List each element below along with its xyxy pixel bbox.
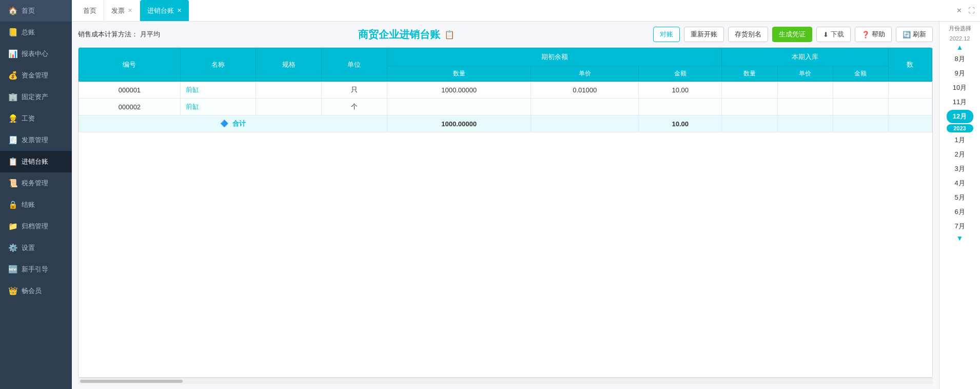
sidebar-item-label: 结账 bbox=[22, 200, 35, 209]
sidebar-item-funds[interactable]: 💰 资金管理 bbox=[0, 65, 72, 86]
sidebar-item-ledger[interactable]: 📒 总账 bbox=[0, 22, 72, 43]
month-scroll-up[interactable]: ▲ bbox=[954, 43, 966, 52]
sidebar-item-label: 进销台账 bbox=[22, 157, 48, 166]
month-item-8[interactable]: 8月 bbox=[947, 52, 973, 66]
funds-icon: 💰 bbox=[8, 71, 17, 80]
save-alias-button[interactable]: 存货别名 bbox=[728, 27, 768, 42]
archive-icon: 📁 bbox=[8, 222, 17, 231]
sidebar-item-guide[interactable]: 🆕 新手引导 bbox=[0, 259, 72, 280]
month-item-2023-2[interactable]: 2月 bbox=[947, 148, 973, 161]
month-item-12[interactable]: 12月 bbox=[947, 110, 973, 123]
download-button[interactable]: ⬇ 下载 bbox=[816, 27, 851, 42]
col-sub-opening-amount: 金额 bbox=[639, 66, 722, 82]
sidebar-item-settings[interactable]: ⚙️ 设置 bbox=[0, 237, 72, 259]
year-2022-label: 2022.12 bbox=[950, 35, 970, 42]
generate-voucher-button[interactable]: 生成凭证 bbox=[772, 27, 812, 42]
col-header-more: 数 bbox=[888, 48, 932, 82]
title-table-icon[interactable]: 📋 bbox=[444, 30, 455, 40]
row2-inbound-amount bbox=[833, 99, 888, 115]
month-selector-panel: 月份选择 2022.12 ▲ 8月 9月 10月 11月 12月 2023 1月… bbox=[939, 22, 980, 389]
sidebar-item-assets[interactable]: 🏢 固定资产 bbox=[0, 86, 72, 108]
col-header-spec: 规格 bbox=[256, 48, 322, 82]
total-inbound-amount bbox=[833, 115, 888, 132]
page-title-text: 商贸企业进销台账 bbox=[358, 28, 440, 42]
tab-purchase-sales-close[interactable]: ✕ bbox=[177, 7, 182, 14]
cost-method-value: 月平均 bbox=[140, 30, 160, 38]
tab-purchase-sales-label: 进销台账 bbox=[147, 6, 174, 15]
sidebar-item-label: 归档管理 bbox=[22, 222, 48, 231]
window-close-button[interactable]: ✕ bbox=[954, 6, 964, 15]
sidebar-item-reports[interactable]: 📊 报表中心 bbox=[0, 43, 72, 65]
tab-invoice-close[interactable]: ✕ bbox=[128, 7, 132, 14]
month-item-2023-4[interactable]: 4月 bbox=[947, 177, 973, 190]
sidebar-item-close[interactable]: 🔒 结账 bbox=[0, 194, 72, 216]
month-item-2023-1[interactable]: 1月 bbox=[947, 133, 973, 147]
row1-unit: 只 bbox=[321, 82, 387, 99]
row1-opening-qty: 1000.00000 bbox=[387, 82, 531, 99]
total-opening-qty: 1000.00000 bbox=[387, 115, 531, 132]
sidebar-item-invoice-mgmt[interactable]: 🧾 发票管理 bbox=[0, 129, 72, 151]
sidebar-item-label: 设置 bbox=[22, 243, 35, 252]
row2-opening-amount bbox=[639, 99, 722, 115]
tab-purchase-sales[interactable]: 进销台账 ✕ bbox=[140, 0, 189, 21]
col-header-unit: 单位 bbox=[321, 48, 387, 82]
table-row: 000002 前缸 个 bbox=[79, 99, 932, 115]
total-more bbox=[888, 115, 932, 132]
sidebar-item-salary[interactable]: 👷 工资 bbox=[0, 108, 72, 129]
sidebar-item-member[interactable]: 👑 畅会员 bbox=[0, 280, 72, 302]
month-item-2023-5[interactable]: 5月 bbox=[947, 191, 973, 204]
col-sub-opening-price: 单价 bbox=[531, 66, 639, 82]
month-item-2023-7[interactable]: 7月 bbox=[947, 220, 973, 233]
col-sub-opening-qty: 数量 bbox=[387, 66, 531, 82]
total-inbound-price bbox=[777, 115, 833, 132]
window-maximize-button[interactable]: ⛶ bbox=[967, 6, 976, 15]
month-scroll-down[interactable]: ▼ bbox=[954, 234, 966, 243]
col-header-name: 名称 bbox=[180, 48, 256, 82]
month-item-9[interactable]: 9月 bbox=[947, 67, 973, 80]
help-button[interactable]: ❓ 帮助 bbox=[855, 27, 892, 42]
help-label: 帮助 bbox=[872, 30, 885, 39]
month-item-2023-6[interactable]: 6月 bbox=[947, 205, 973, 219]
tab-invoice[interactable]: 发票 ✕ bbox=[104, 0, 140, 21]
refresh-button[interactable]: 🔄 刷新 bbox=[896, 27, 933, 42]
sidebar-item-home[interactable]: 🏠 首页 bbox=[0, 0, 72, 22]
sidebar-item-label: 固定资产 bbox=[22, 92, 48, 102]
sidebar-item-archive[interactable]: 📁 归档管理 bbox=[0, 216, 72, 237]
sidebar-item-label: 税务管理 bbox=[22, 179, 48, 188]
toolbar-buttons: 对账 重新开账 存货别名 生成凭证 ⬇ 下载 ❓ 帮助 🔄 刷新 bbox=[653, 27, 933, 42]
download-icon: ⬇ bbox=[823, 31, 829, 38]
row2-inbound-price bbox=[777, 99, 833, 115]
refresh-label: 刷新 bbox=[913, 30, 926, 39]
month-item-10[interactable]: 10月 bbox=[947, 81, 973, 94]
reports-icon: 📊 bbox=[8, 49, 17, 59]
main-area: 首页 发票 ✕ 进销台账 ✕ ✕ ⛶ 销售成本计算方法： 月平均 商贸企业进 bbox=[72, 0, 980, 389]
row1-opening-price: 0.01000 bbox=[531, 82, 639, 99]
row1-inbound-price bbox=[777, 82, 833, 99]
sidebar-item-label: 首页 bbox=[22, 6, 35, 15]
year-2023-mark: 2023 bbox=[947, 124, 973, 132]
window-controls: ✕ ⛶ bbox=[954, 6, 976, 15]
tab-home[interactable]: 首页 bbox=[76, 0, 104, 21]
row2-code: 000002 bbox=[79, 99, 181, 115]
month-item-11[interactable]: 11月 bbox=[947, 95, 973, 109]
col-header-opening: 期初余额 bbox=[387, 48, 722, 66]
row2-unit: 个 bbox=[321, 99, 387, 115]
row1-inbound-qty bbox=[722, 82, 777, 99]
month-item-2023-3[interactable]: 3月 bbox=[947, 162, 973, 176]
horizontal-scrollbar[interactable] bbox=[78, 378, 933, 384]
reopen-button[interactable]: 重新开账 bbox=[684, 27, 724, 42]
sidebar-item-purchase-sales[interactable]: 📋 进销台账 bbox=[0, 151, 72, 172]
col-sub-inbound-price: 单价 bbox=[777, 66, 833, 82]
total-row: 🔷 合计 1000.00000 10.00 bbox=[79, 115, 932, 132]
sidebar-item-label: 新手引导 bbox=[22, 265, 48, 274]
settings-icon: ⚙️ bbox=[8, 243, 17, 252]
sidebar-item-tax[interactable]: 📜 税务管理 bbox=[0, 172, 72, 194]
row1-spec bbox=[256, 82, 322, 99]
row2-inbound-qty bbox=[722, 99, 777, 115]
tax-icon: 📜 bbox=[8, 179, 17, 188]
sidebar-item-label: 总账 bbox=[22, 28, 35, 37]
sidebar-item-label: 畅会员 bbox=[22, 286, 42, 296]
col-sub-inbound-qty: 数量 bbox=[722, 66, 777, 82]
reconcile-button[interactable]: 对账 bbox=[653, 27, 680, 42]
row1-opening-amount: 10.00 bbox=[639, 82, 722, 99]
